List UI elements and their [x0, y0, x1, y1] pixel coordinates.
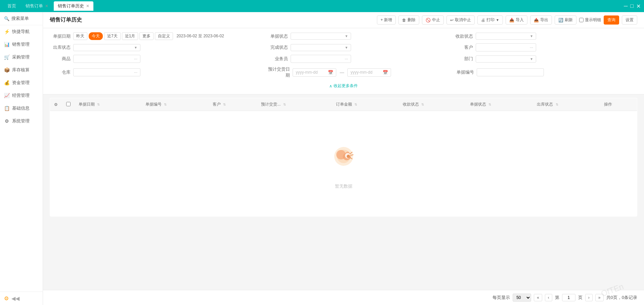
- print-icon: 🖨: [481, 18, 485, 23]
- department-label: 部门: [452, 56, 476, 62]
- tab-sales-order-label: 销售订单: [26, 3, 43, 9]
- date-control: 昨天 今天 近7天 近1月 更多 自定义 2023-06-02 至 2023-0…: [73, 32, 267, 40]
- product-input[interactable]: ···: [73, 55, 140, 63]
- next-page-button[interactable]: ›: [585, 294, 593, 301]
- sidebar-item-basic-info[interactable]: 📋 基础信息: [0, 102, 43, 115]
- table-header-settings[interactable]: ⚙: [50, 98, 62, 111]
- filter-row-4: 仓库 ··· 预计交货日期 yyyy-mm-dd 📅 — yyyy-mm-d: [50, 66, 637, 78]
- date-btn-1month[interactable]: 近1月: [122, 32, 138, 40]
- basic-info-icon: 📋: [4, 106, 9, 111]
- print-button[interactable]: 🖨 打印 ▼: [477, 15, 503, 25]
- collapse-button[interactable]: ∧ 收起更多条件: [50, 82, 637, 90]
- collection-select[interactable]: ▼: [476, 33, 536, 40]
- sidebar-search[interactable]: 🔍 搜索菜单: [0, 12, 43, 25]
- complete-select[interactable]: ▼: [291, 44, 351, 51]
- delivery-to-input[interactable]: yyyy-mm-dd 📅: [347, 68, 391, 77]
- show-detail-checkbox[interactable]: 显示明细: [579, 17, 601, 23]
- tab-sales-history[interactable]: 销售订单历史 ✕: [54, 1, 93, 11]
- maximize-icon[interactable]: □: [630, 3, 634, 9]
- doc-no-control: [477, 68, 637, 76]
- window-close-icon[interactable]: ✕: [636, 3, 641, 9]
- select-all-checkbox[interactable]: [66, 102, 71, 106]
- tab-sales-order[interactable]: 销售订单 ✕: [22, 1, 52, 11]
- outbound-arrow-icon: ▼: [134, 46, 137, 49]
- doc-no-label: 单据编号: [453, 69, 477, 75]
- outbound-label: 出库状态: [50, 44, 73, 50]
- close-icon[interactable]: ✕: [45, 4, 48, 8]
- department-select[interactable]: ▼: [476, 55, 536, 63]
- complete-label: 完成状态: [267, 44, 291, 50]
- sort-outbound-icon: ⇅: [556, 103, 558, 106]
- sidebar-item-label: 经营管理: [12, 92, 30, 99]
- prev-page-button[interactable]: ‹: [545, 294, 552, 301]
- date-btn-7days[interactable]: 近7天: [104, 32, 121, 40]
- col-delivery[interactable]: 预计交货... ⇅: [257, 98, 332, 111]
- sort-delivery-icon: ⇅: [283, 103, 286, 106]
- col-doc-status[interactable]: 单据状态 ⇅: [466, 98, 533, 111]
- doc-no-input[interactable]: [477, 68, 544, 76]
- status-select[interactable]: ▼: [291, 33, 351, 40]
- delivery-from-input[interactable]: yyyy-mm-dd 📅: [293, 68, 336, 77]
- last-page-button[interactable]: »: [595, 294, 604, 301]
- show-detail-input[interactable]: [579, 18, 584, 22]
- date-btn-yesterday[interactable]: 昨天: [73, 32, 87, 40]
- warehouse-input[interactable]: ···: [73, 68, 140, 76]
- date-range-display: 2023-06-02 至 2023-06-02: [176, 33, 224, 39]
- col-date[interactable]: 单据日期 ⇅: [75, 98, 142, 111]
- page-number-input[interactable]: [562, 294, 575, 301]
- delivery-label: 预计交货日期: [266, 66, 293, 78]
- customer-input[interactable]: ···: [476, 43, 536, 51]
- sidebar-item-sales[interactable]: 📊 销售管理: [0, 38, 43, 51]
- sidebar-item-quick-nav[interactable]: ⚡ 快捷导航: [0, 25, 43, 38]
- col-outbound-status[interactable]: 出库状态 ⇅: [533, 98, 600, 111]
- table-header-checkbox[interactable]: [62, 98, 75, 111]
- export-button[interactable]: 📤 导出: [530, 15, 552, 25]
- col-collection-status[interactable]: 收款状态 ⇅: [399, 98, 466, 111]
- cancel-stop-button[interactable]: ↩ 取消中止: [446, 15, 475, 25]
- salesperson-input[interactable]: ···: [291, 55, 351, 63]
- sidebar-item-operations[interactable]: 📈 经营管理: [0, 89, 43, 102]
- sidebar-item-label: 系统管理: [12, 118, 30, 124]
- outbound-select[interactable]: ▼: [73, 44, 140, 51]
- top-bar: 首页 销售订单 ✕ 销售订单历史 ✕ ─ □ ✕: [0, 0, 644, 12]
- total-label: 共0页，0条记录: [606, 295, 637, 301]
- sidebar-item-purchase[interactable]: 🛒 采购管理: [0, 51, 43, 64]
- product-more-icon: ···: [134, 56, 137, 61]
- col-action: 操作: [600, 98, 637, 111]
- date-btn-today[interactable]: 今天: [89, 32, 103, 40]
- first-page-button[interactable]: «: [534, 294, 542, 301]
- delivery-control: yyyy-mm-dd 📅 — yyyy-mm-dd 📅: [293, 68, 453, 77]
- date-dash: —: [338, 70, 346, 75]
- page-size-select[interactable]: 50 10 20 100: [513, 294, 531, 302]
- delete-button[interactable]: 🗑 删除: [398, 15, 419, 25]
- col-doc-no[interactable]: 单据编号 ⇅: [141, 98, 209, 111]
- stop-button[interactable]: 🚫 中止: [422, 15, 444, 25]
- settings-bottom-icon[interactable]: ⚙: [4, 295, 9, 302]
- product-label: 商品: [50, 56, 73, 62]
- refresh-button[interactable]: 🔄 刷新: [555, 15, 576, 25]
- date-btn-custom[interactable]: 自定义: [155, 32, 173, 40]
- col-amount[interactable]: 订单金额 ⇅: [332, 98, 399, 111]
- sidebar-item-finance[interactable]: 💰 资金管理: [0, 76, 43, 89]
- toolbar: + 新增 🗑 删除 🚫 中止 ↩ 取消中止 🖨 打印 ▼: [377, 15, 637, 25]
- query-button[interactable]: 查询: [604, 15, 619, 25]
- new-button[interactable]: + 新增: [377, 15, 396, 25]
- settings-button[interactable]: 设置: [622, 15, 637, 25]
- svg-point-4: [347, 155, 350, 158]
- minimize-icon[interactable]: ─: [624, 3, 628, 9]
- tab-home[interactable]: 首页: [3, 1, 20, 11]
- col-customer[interactable]: 客户 ⇅: [209, 98, 257, 111]
- outbound-control: ▼: [73, 44, 267, 51]
- sidebar-item-system[interactable]: ⚙ 系统管理: [0, 115, 43, 127]
- sidebar-item-inventory[interactable]: 📦 库存核算: [0, 64, 43, 76]
- customer-more-icon: ···: [530, 45, 533, 50]
- date-btn-more[interactable]: 更多: [139, 32, 154, 40]
- filter-row-1: 单据日期 昨天 今天 近7天 近1月 更多 自定义 2023-06-02 至 2…: [50, 32, 637, 40]
- import-button[interactable]: 📥 导入: [506, 15, 527, 25]
- table-area: ⚙ 单据日期 ⇅ 单据编号 ⇅ 客户 ⇅: [43, 94, 644, 290]
- delete-icon: 🗑: [402, 18, 406, 23]
- collapse-label: 收起更多条件: [334, 83, 358, 89]
- close-icon-history[interactable]: ✕: [86, 4, 89, 8]
- complete-control: ▼: [291, 44, 452, 51]
- collapse-sidebar-icon[interactable]: ◀◀: [11, 295, 19, 302]
